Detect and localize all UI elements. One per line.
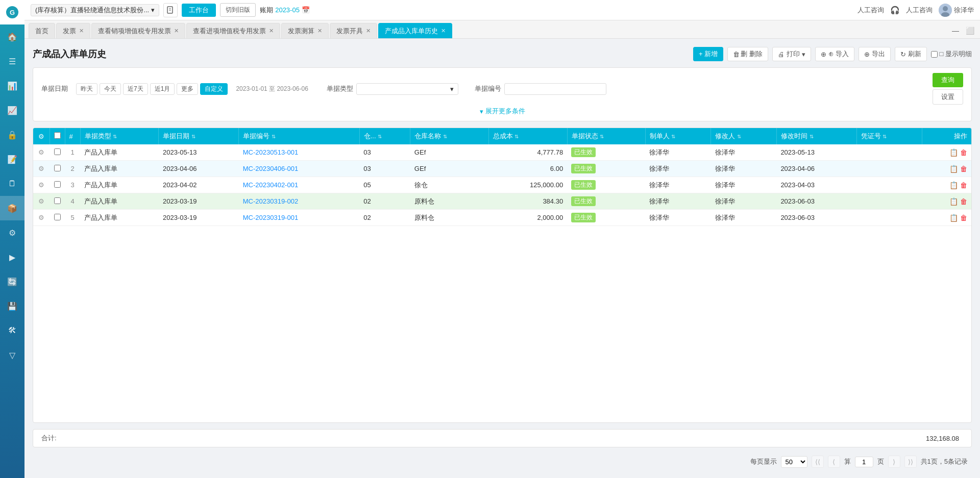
tab-sale-invoice-close[interactable]: ✕: [174, 28, 179, 34]
tab-purchase-invoice[interactable]: 查看进项增值税专用发票 ✕: [186, 23, 280, 38]
export-button[interactable]: ⊕ 导出: [859, 47, 891, 61]
document-icon-btn[interactable]: [163, 3, 178, 17]
th-modify-time[interactable]: 修改时间 ⇅: [776, 128, 856, 144]
row-edit-icon[interactable]: 📋: [949, 181, 958, 189]
sidebar-item-settings[interactable]: ⚙: [0, 220, 24, 245]
row-delete-icon[interactable]: 🗑: [960, 181, 967, 189]
sidebar-item-chart[interactable]: 📈: [0, 98, 24, 122]
row-checkbox-cell[interactable]: [50, 144, 65, 161]
tab-invoice[interactable]: 发票 ✕: [56, 23, 90, 38]
tab-invoice-calc-close[interactable]: ✕: [317, 28, 322, 34]
last-page-btn[interactable]: ⟩⟩: [904, 456, 917, 468]
tab-purchase-invoice-close[interactable]: ✕: [269, 28, 274, 34]
sidebar-item-home[interactable]: 🏠: [0, 24, 24, 49]
sidebar-item-save[interactable]: 💾: [0, 294, 24, 318]
prev-page-btn[interactable]: ⟨: [828, 456, 840, 468]
consultant-label[interactable]: 人工咨询: [906, 6, 933, 15]
tab-product-inbound[interactable]: 产成品入库单历史 ✕: [378, 23, 452, 38]
row-delete-icon[interactable]: 🗑: [960, 214, 967, 222]
row-delete-icon[interactable]: 🗑: [960, 197, 967, 206]
tab-maximize-btn[interactable]: ⬜: [964, 24, 976, 37]
select-all-checkbox[interactable]: [54, 132, 61, 139]
row-edit-icon[interactable]: 📋: [949, 197, 958, 206]
calendar-icon[interactable]: 📅: [302, 6, 310, 14]
switch-button[interactable]: 切到旧版: [220, 3, 256, 17]
row-checkbox-cell[interactable]: [50, 177, 65, 193]
more-btn[interactable]: 更多: [177, 83, 198, 95]
sidebar-item-play[interactable]: ▶: [0, 245, 24, 269]
th-warehouse-code[interactable]: 仓... ⇅: [359, 128, 410, 144]
sidebar-item-lock[interactable]: 🔒: [0, 122, 24, 147]
row-checkbox[interactable]: [54, 214, 61, 220]
th-date[interactable]: 单据日期 ⇅: [159, 128, 239, 144]
expand-btn[interactable]: ▾ 展开更多条件: [41, 107, 963, 116]
sidebar-item-doc[interactable]: 📝: [0, 147, 24, 171]
7days-btn[interactable]: 近7天: [123, 83, 148, 95]
sidebar-item-inventory[interactable]: 📦: [0, 196, 24, 220]
th-modifier[interactable]: 修改人 ⇅: [711, 128, 777, 144]
row-edit-icon[interactable]: 📋: [949, 148, 958, 157]
tab-invoice-issue-close[interactable]: ✕: [366, 28, 371, 34]
1month-btn[interactable]: 近1月: [150, 83, 175, 95]
user-menu[interactable]: 徐泽华: [939, 4, 974, 17]
refresh-button[interactable]: ↻ 刷新: [895, 47, 927, 61]
row-number-link[interactable]: MC-20230513-001: [243, 148, 298, 156]
row-number-link[interactable]: MC-20230319-002: [243, 197, 298, 205]
tab-invoice-calc[interactable]: 发票测算 ✕: [281, 23, 329, 38]
tab-minimize-btn[interactable]: —: [949, 24, 962, 37]
show-detail-checkbox[interactable]: □ 显示明细: [931, 49, 972, 59]
row-delete-icon[interactable]: 🗑: [960, 165, 967, 173]
row-number-link[interactable]: MC-20230402-001: [243, 181, 298, 189]
type-select[interactable]: ▾: [356, 83, 458, 95]
tab-home[interactable]: 首页: [29, 23, 55, 38]
company-selector[interactable]: (库存核算）直播轻绕通信息技术股份... ▾: [31, 4, 159, 16]
row-number[interactable]: MC-20230319-001: [239, 210, 359, 226]
th-total-cost[interactable]: 总成本 ⇅: [488, 128, 567, 144]
tab-product-inbound-close[interactable]: ✕: [441, 28, 446, 34]
delete-button[interactable]: 🗑 删 删除: [727, 47, 768, 61]
row-number-link[interactable]: MC-20230319-001: [243, 214, 298, 221]
new-button[interactable]: + 新增: [693, 47, 723, 61]
page-number-input[interactable]: [855, 457, 873, 467]
row-gear[interactable]: ⚙: [33, 144, 50, 161]
show-detail-input[interactable]: [931, 51, 938, 58]
sidebar-item-menu[interactable]: ☰: [0, 49, 24, 73]
row-checkbox[interactable]: [54, 165, 61, 171]
th-voucher[interactable]: 凭证号 ⇅: [856, 128, 922, 144]
today-btn[interactable]: 今天: [100, 83, 121, 95]
row-checkbox[interactable]: [54, 148, 61, 155]
row-gear[interactable]: ⚙: [33, 177, 50, 193]
row-number[interactable]: MC-20230402-001: [239, 177, 359, 193]
th-number[interactable]: 单据编号 ⇅: [239, 128, 359, 144]
tab-sale-invoice[interactable]: 查看销项增值税专用发票 ✕: [91, 23, 185, 38]
row-edit-icon[interactable]: 📋: [949, 165, 958, 173]
print-button[interactable]: 🖨 打印 ▾: [772, 47, 811, 61]
row-delete-icon[interactable]: 🗑: [960, 148, 967, 157]
page-size-select[interactable]: 50 20 100: [781, 456, 807, 468]
consultant-btn[interactable]: 人工咨询: [857, 6, 884, 15]
th-status[interactable]: 单据状态 ⇅: [567, 128, 645, 144]
th-type[interactable]: 单据类型 ⇅: [80, 128, 159, 144]
tab-invoice-issue[interactable]: 发票开具 ✕: [330, 23, 377, 38]
tab-invoice-close[interactable]: ✕: [79, 28, 84, 34]
row-checkbox[interactable]: [54, 197, 61, 204]
row-number-link[interactable]: MC-20230406-001: [243, 165, 298, 172]
number-input[interactable]: [504, 83, 606, 95]
row-number[interactable]: MC-20230319-002: [239, 193, 359, 210]
row-checkbox-cell[interactable]: [50, 161, 65, 177]
custom-btn[interactable]: 自定义: [200, 83, 228, 95]
sidebar-item-sync[interactable]: 🔄: [0, 269, 24, 294]
next-page-btn[interactable]: ⟩: [888, 456, 900, 468]
row-gear[interactable]: ⚙: [33, 210, 50, 226]
row-gear[interactable]: ⚙: [33, 161, 50, 177]
th-creator[interactable]: 制单人 ⇅: [645, 128, 711, 144]
th-checkbox[interactable]: [50, 128, 65, 144]
sidebar-item-note[interactable]: 🗒: [0, 171, 24, 196]
th-warehouse-name[interactable]: 仓库名称 ⇅: [410, 128, 488, 144]
row-checkbox[interactable]: [54, 181, 61, 188]
th-settings[interactable]: ⚙: [33, 128, 50, 144]
row-checkbox-cell[interactable]: [50, 210, 65, 226]
query-button[interactable]: 查询: [933, 73, 963, 87]
row-number[interactable]: MC-20230406-001: [239, 161, 359, 177]
sidebar-item-tools[interactable]: 🛠: [0, 318, 24, 343]
